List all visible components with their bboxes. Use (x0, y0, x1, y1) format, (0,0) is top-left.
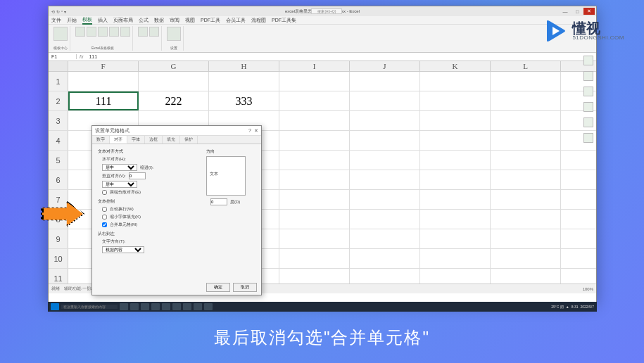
col-header-h[interactable]: H (209, 61, 279, 71)
cell[interactable] (350, 151, 420, 170)
cell[interactable] (491, 229, 561, 248)
cell[interactable] (350, 131, 420, 150)
menu-pdftool[interactable]: PDF工具 (201, 17, 220, 24)
menu-home[interactable]: 开始 (67, 17, 77, 24)
search-box[interactable]: 搜索(Alt+Q) (311, 8, 342, 14)
template-icon[interactable] (87, 27, 96, 37)
cell[interactable] (350, 249, 420, 268)
template-icon[interactable] (75, 27, 85, 37)
panel-item[interactable] (583, 56, 593, 65)
cell[interactable] (350, 170, 420, 189)
settings-icon[interactable] (167, 27, 181, 41)
cell[interactable] (420, 229, 491, 248)
formula-input[interactable]: 111 (86, 54, 100, 59)
cell[interactable] (491, 151, 561, 170)
template-center-icon[interactable] (53, 27, 68, 41)
cell[interactable] (420, 190, 491, 209)
justify-checkbox[interactable] (102, 190, 107, 195)
shrink-checkbox[interactable] (102, 215, 107, 219)
qat-undo-icon[interactable]: ⟲ (51, 9, 55, 14)
cell[interactable] (420, 151, 491, 170)
degree-input[interactable] (210, 198, 227, 205)
col-header-i[interactable]: I (279, 61, 350, 71)
cancel-button[interactable]: 取消 (233, 283, 257, 292)
maximize-button[interactable]: □ (572, 8, 583, 15)
orientation-control[interactable]: 文本 (206, 156, 246, 196)
minimize-button[interactable]: — (560, 8, 571, 15)
cell[interactable] (350, 91, 420, 110)
cell[interactable] (491, 111, 561, 130)
wrap-checkbox[interactable] (102, 207, 107, 212)
row-header[interactable]: 6 (49, 170, 68, 189)
cell[interactable]: 111 (68, 91, 139, 110)
cell[interactable] (491, 190, 561, 209)
tab-font[interactable]: 字体 (127, 136, 145, 144)
select-all-corner[interactable] (49, 61, 68, 71)
cell[interactable] (420, 72, 491, 91)
cell[interactable] (279, 72, 350, 91)
cell[interactable] (139, 72, 209, 91)
row-header[interactable]: 3 (49, 111, 68, 130)
qat-more-icon[interactable]: ▾ (64, 9, 66, 14)
taskbar-app-icon[interactable] (194, 303, 202, 310)
clock-time[interactable]: 8:31 (572, 305, 579, 309)
menu-insert[interactable]: 插入 (98, 17, 108, 24)
qat-redo-icon[interactable]: ↻ (56, 9, 60, 14)
panel-item[interactable] (583, 102, 593, 112)
col-header-g[interactable]: G (139, 61, 209, 71)
row-header[interactable]: 1 (49, 72, 68, 91)
cell[interactable]: 333 (209, 91, 279, 110)
cell[interactable] (279, 170, 350, 189)
zoom-level[interactable]: 100% (583, 287, 593, 291)
cell[interactable] (279, 91, 350, 110)
fx-icon[interactable]: fx (77, 54, 86, 59)
ok-button[interactable]: 确定 (206, 283, 230, 292)
taskbar-app-icon[interactable] (162, 303, 170, 310)
panel-item[interactable] (583, 117, 593, 127)
tab-border[interactable]: 边框 (145, 136, 163, 144)
cell[interactable] (279, 229, 350, 248)
cell[interactable] (279, 111, 350, 130)
row-header[interactable]: 10 (49, 249, 68, 268)
cell[interactable] (491, 131, 561, 150)
cell[interactable] (420, 111, 491, 130)
misc-icon[interactable] (149, 27, 159, 37)
indent-input[interactable] (129, 172, 146, 179)
cell[interactable] (420, 131, 491, 150)
cell[interactable] (279, 249, 350, 268)
dialog-help-icon[interactable]: ? (248, 128, 251, 134)
cell[interactable] (491, 72, 561, 91)
menu-data[interactable]: 数据 (154, 17, 164, 24)
dir-select[interactable]: 根据内容 (102, 246, 144, 253)
menu-template[interactable]: 模板 (82, 16, 92, 25)
qat-save-icon[interactable]: ▫ (61, 9, 63, 13)
taskbar-app-icon[interactable] (120, 303, 128, 310)
taskbar-app-icon[interactable] (130, 303, 139, 310)
menu-pdfset[interactable]: PDF工具集 (272, 17, 296, 24)
merge-cells-checkbox[interactable] (102, 222, 107, 227)
col-header-l[interactable]: L (491, 61, 561, 71)
row-header[interactable]: 4 (49, 131, 68, 150)
cell[interactable] (491, 91, 561, 110)
panel-item[interactable] (583, 71, 593, 81)
tab-protect[interactable]: 保护 (180, 136, 198, 144)
start-button[interactable] (51, 303, 59, 310)
misc-icon[interactable] (138, 27, 148, 37)
close-button[interactable]: ✕ (583, 8, 595, 15)
cell[interactable] (491, 170, 561, 189)
taskbar-app-icon[interactable] (183, 303, 191, 310)
taskbar-app-icon[interactable] (172, 303, 181, 310)
cell[interactable] (68, 72, 139, 91)
cell[interactable] (350, 190, 420, 209)
col-header-k[interactable]: K (420, 61, 491, 71)
cell[interactable] (209, 72, 279, 91)
cell[interactable] (491, 210, 561, 229)
taskbar-app-icon[interactable] (151, 303, 160, 310)
cell[interactable] (350, 111, 420, 130)
cell[interactable] (420, 210, 491, 229)
menu-layout[interactable]: 页面布局 (113, 17, 133, 24)
cell[interactable] (350, 72, 420, 91)
cell[interactable]: 222 (139, 91, 209, 110)
col-header-f[interactable]: F (68, 61, 139, 71)
cell[interactable] (491, 249, 561, 268)
